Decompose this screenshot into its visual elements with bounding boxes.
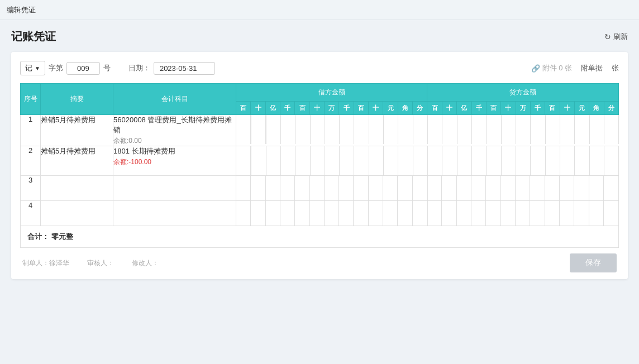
c1-2[interactable] xyxy=(442,115,456,144)
table-container: 序号 摘要 会计科目 借方金额 贷方金额 百 十 亿 千 百 十 万 xyxy=(20,83,619,248)
c1-4[interactable] xyxy=(471,115,486,144)
cell-account[interactable]: 1801 长期待摊费用 余额:-100.00 xyxy=(113,146,236,176)
d1-4[interactable] xyxy=(280,115,295,144)
cell-account[interactable]: 56020008 管理费用_长期待摊费用摊销 余额:0.00 xyxy=(113,115,236,146)
zi-input[interactable] xyxy=(66,62,100,75)
d1-13[interactable] xyxy=(413,115,427,144)
c2-2[interactable] xyxy=(442,146,456,175)
refresh-button[interactable]: ↻ 刷新 xyxy=(604,32,628,42)
th-debit-qian2: 千 xyxy=(339,102,354,115)
c1-12[interactable] xyxy=(589,115,604,144)
cell-account[interactable] xyxy=(113,201,236,226)
cell-seq: 3 xyxy=(21,176,41,201)
th-credit-yuan: 元 xyxy=(574,102,589,115)
c2-9[interactable] xyxy=(545,146,560,175)
total-cell: 合计： 零元整 xyxy=(21,226,619,248)
cell-credit-4[interactable] xyxy=(427,201,619,226)
th-debit-wan: 万 xyxy=(325,102,339,115)
c2-7[interactable] xyxy=(516,146,530,175)
d1-9[interactable] xyxy=(354,115,368,144)
th-credit-yi: 亿 xyxy=(457,102,471,115)
d1-6[interactable] xyxy=(310,115,325,144)
c1-7[interactable] xyxy=(516,115,530,144)
d1-12[interactable] xyxy=(398,115,412,144)
d2-6[interactable] xyxy=(310,146,325,175)
cell-seq: 2 xyxy=(21,146,41,176)
modifier-label: 修改人： xyxy=(132,259,159,267)
c1-13[interactable] xyxy=(604,115,618,144)
d2-9[interactable] xyxy=(354,146,368,175)
c1-6[interactable] xyxy=(501,115,516,144)
d2-7[interactable] xyxy=(325,146,339,175)
c1-10[interactable] xyxy=(560,115,574,144)
c1-3[interactable] xyxy=(457,115,471,144)
th-debit-jiao: 角 xyxy=(398,102,412,115)
cell-debit-4[interactable] xyxy=(236,201,427,226)
d2-10[interactable] xyxy=(369,146,383,175)
d1-2[interactable] xyxy=(251,115,265,144)
ji-select[interactable]: 记 ▼ xyxy=(20,61,45,75)
c2-5[interactable] xyxy=(486,146,500,175)
d2-5[interactable] xyxy=(295,146,309,175)
cell-debit-1[interactable] xyxy=(236,115,427,146)
table-row: 3 xyxy=(21,176,619,201)
c1-9[interactable] xyxy=(545,115,560,144)
c2-10[interactable] xyxy=(560,146,574,175)
d2-4[interactable] xyxy=(280,146,295,175)
footer-info: 制单人：徐泽华 审核人： 修改人： xyxy=(22,258,159,268)
c1-8[interactable] xyxy=(530,115,545,144)
date-input[interactable] xyxy=(154,62,215,75)
d1-3[interactable] xyxy=(266,115,280,144)
d2-13[interactable] xyxy=(413,146,427,175)
d1-11[interactable] xyxy=(383,115,398,144)
cell-credit-3[interactable] xyxy=(427,176,619,201)
d2-3[interactable] xyxy=(266,146,280,175)
window-titlebar: 编辑凭证 xyxy=(0,0,639,20)
cell-summary[interactable] xyxy=(41,201,113,226)
cell-credit-1[interactable] xyxy=(427,115,619,146)
d2-8[interactable] xyxy=(339,146,354,175)
single-btn[interactable]: 附单据 xyxy=(581,63,603,73)
c2-11[interactable] xyxy=(574,146,589,175)
d2-2[interactable] xyxy=(251,146,265,175)
attachment-link[interactable]: 🔗 附件 0 张 xyxy=(531,63,572,73)
c1-5[interactable] xyxy=(486,115,500,144)
window-title: 编辑凭证 xyxy=(7,5,36,15)
cell-debit-2[interactable] xyxy=(236,146,427,176)
hao-label: 号 xyxy=(103,63,111,73)
c2-4[interactable] xyxy=(471,146,486,175)
summary-text: 摊销5月待摊费用 xyxy=(41,146,113,156)
cell-debit-3[interactable] xyxy=(236,176,427,201)
cell-account[interactable] xyxy=(113,176,236,201)
d2-11[interactable] xyxy=(383,146,398,175)
c2-8[interactable] xyxy=(530,146,545,175)
c2-13[interactable] xyxy=(604,146,618,175)
d1-1[interactable] xyxy=(236,115,251,144)
c2-6[interactable] xyxy=(501,146,516,175)
d2-1[interactable] xyxy=(236,146,251,175)
c2-1[interactable] xyxy=(427,146,442,175)
th-debit-yi: 亿 xyxy=(265,102,280,115)
cell-summary[interactable]: 摊销5月待摊费用 xyxy=(41,115,113,146)
card-footer: 制单人：徐泽华 审核人： 修改人： 保存 xyxy=(20,253,619,272)
creator-field: 制单人：徐泽华 xyxy=(22,258,69,268)
cell-credit-2[interactable] xyxy=(427,146,619,176)
d1-10[interactable] xyxy=(369,115,383,144)
d1-7[interactable] xyxy=(325,115,339,144)
th-credit: 贷方金额 xyxy=(427,84,619,102)
d1-8[interactable] xyxy=(339,115,354,144)
c1-11[interactable] xyxy=(574,115,589,144)
cell-seq: 4 xyxy=(21,201,41,226)
cell-summary[interactable]: 摊销5月待摊费用 xyxy=(41,146,113,176)
th-debit-qian1: 千 xyxy=(280,102,295,115)
c2-12[interactable] xyxy=(589,146,604,175)
d2-12[interactable] xyxy=(398,146,412,175)
balance-row1: 余额:0.00 xyxy=(113,136,236,146)
d1-5[interactable] xyxy=(295,115,309,144)
c1-1[interactable] xyxy=(427,115,442,144)
th-credit-wan: 万 xyxy=(516,102,530,115)
date-item: 日期： xyxy=(128,62,215,75)
cell-summary[interactable] xyxy=(41,176,113,201)
c2-3[interactable] xyxy=(457,146,471,175)
save-button[interactable]: 保存 xyxy=(570,253,617,272)
